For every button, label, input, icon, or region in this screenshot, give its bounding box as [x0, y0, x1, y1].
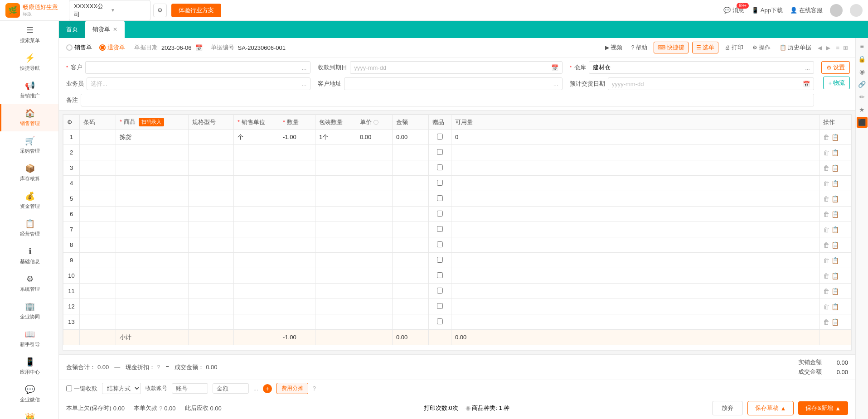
rp-btn-5[interactable]: ✏ [857, 92, 868, 102]
table-settings-icon[interactable]: ⚙ [67, 119, 73, 125]
warehouse-input[interactable]: 建材仓 ... [589, 61, 814, 74]
sidebar-item-operation[interactable]: 📋 经营管理 [0, 214, 58, 242]
delete-row-10-button[interactable]: 🗑 [823, 272, 829, 279]
sidebar-item-finance[interactable]: 💰 资金管理 [0, 187, 58, 214]
view-list-button[interactable]: ≡ [836, 44, 839, 51]
discard-button[interactable]: 放弃 [712, 401, 743, 415]
product-1[interactable]: 拣货 [116, 130, 189, 145]
copy-row-4-button[interactable]: 📋 [831, 180, 839, 187]
copy-row-3-button[interactable]: 📋 [831, 164, 839, 172]
rp-btn-7-orange[interactable]: ⬛ [857, 117, 868, 128]
trial-button[interactable]: 体验行业方案 [171, 4, 221, 17]
copy-row-1-button[interactable]: 📋 [831, 134, 839, 141]
payment-due-input[interactable]: yyyy-mm-dd 📅 [350, 61, 562, 74]
rp-btn-3[interactable]: ◉ [857, 66, 868, 77]
payment-due-calendar-icon[interactable]: 📅 [551, 64, 558, 71]
arrears-help-icon[interactable]: ? [159, 405, 162, 412]
sidebar-item-guide[interactable]: 📖 新手引导 [0, 325, 58, 352]
delete-row-5-button[interactable]: 🗑 [823, 195, 829, 202]
customer-input[interactable]: ... [85, 61, 310, 74]
sidebar-item-wechat[interactable]: 💬 企业微信 [0, 380, 58, 408]
sidebar-item-marketing[interactable]: 📢 营销推广 [0, 76, 58, 104]
rp-btn-2[interactable]: 🔒 [857, 53, 868, 64]
settings-button[interactable]: ⚙ 设置 [821, 61, 850, 74]
delete-row-12-button[interactable]: 🗑 [823, 303, 829, 310]
barcode-1[interactable] [80, 130, 116, 145]
copy-row-7-button[interactable]: 📋 [831, 226, 839, 233]
feipin-help-icon[interactable]: ? [313, 385, 316, 392]
nav-prev-button[interactable]: ◀ [818, 44, 822, 51]
sidebar-item-inventory[interactable]: 📦 库存核算 [0, 159, 58, 187]
delete-row-8-button[interactable]: 🗑 [823, 241, 829, 249]
calendar-icon[interactable]: 📅 [195, 44, 203, 51]
sidebar-item-enterprise[interactable]: 🏢 企业协同 [0, 297, 58, 325]
calc-method-select[interactable]: 结算方式 [102, 383, 141, 394]
radio-sales-order[interactable]: 销售单 [66, 43, 92, 52]
radio-return-order[interactable]: 退货单 [99, 43, 125, 52]
tab-close-button[interactable]: ✕ [113, 26, 117, 33]
save-draft-button[interactable]: 保存草稿 ▲ [747, 401, 794, 415]
shortcut-button[interactable]: ⌨ 快捷键 [654, 42, 689, 53]
spec-1[interactable] [189, 130, 234, 145]
rp-btn-4[interactable]: 🔗 [857, 79, 868, 90]
copy-row-2-button[interactable]: 📋 [831, 149, 839, 156]
customer-address-input[interactable]: ... [344, 77, 562, 90]
account-input[interactable] [172, 383, 208, 394]
copy-row-12-button[interactable]: 📋 [831, 303, 839, 310]
print-button[interactable]: 🖨 打印 [722, 42, 746, 53]
help-button[interactable]: ? 帮助 [629, 42, 650, 53]
save-new-button[interactable]: 保存&新增 ▲ [798, 401, 848, 415]
copy-row-5-button[interactable]: 📋 [831, 195, 839, 202]
quantity-1[interactable]: -1.00 [279, 130, 315, 145]
copy-row-8-button[interactable]: 📋 [831, 241, 839, 249]
user-avatar[interactable] [830, 4, 843, 17]
expected-delivery-calendar-icon[interactable]: 📅 [803, 81, 810, 87]
sidebar-item-app-center[interactable]: 📱 应用中心 [0, 352, 58, 380]
delete-row-2-button[interactable]: 🗑 [823, 149, 829, 156]
expected-delivery-input[interactable]: yyyy-mm-dd 📅 [608, 77, 814, 90]
nav-next-button[interactable]: ▶ [826, 44, 830, 51]
delete-row-7-button[interactable]: 🗑 [823, 226, 829, 233]
copy-row-9-button[interactable]: 📋 [831, 257, 839, 264]
sidebar-item-system[interactable]: ⚙ 系统管理 [0, 270, 58, 297]
add-payment-button[interactable]: + [263, 384, 272, 393]
copy-row-11-button[interactable]: 📋 [831, 288, 839, 295]
company-selector[interactable]: XXXXXX公司 ▼ [69, 0, 150, 21]
amount-input[interactable] [213, 383, 249, 394]
video-button[interactable]: ▶ 视频 [602, 42, 625, 53]
delete-row-6-button[interactable]: 🗑 [823, 211, 829, 218]
gift-checkbox-1[interactable] [437, 134, 443, 140]
operate-button[interactable]: ⚙ 操作 [750, 42, 773, 53]
app-download-button[interactable]: 📱 App下载 [752, 6, 783, 14]
tab-sales-order[interactable]: 销货单 ✕ [85, 21, 125, 38]
delete-row-9-button[interactable]: 🗑 [823, 257, 829, 264]
delete-row-11-button[interactable]: 🗑 [823, 288, 829, 295]
amount-1[interactable]: 0.00 [393, 130, 429, 145]
copy-row-13-button[interactable]: 📋 [831, 318, 839, 326]
unit-1[interactable]: 个 [234, 130, 279, 145]
table-scroll-container[interactable]: ⚙ 条码 * 商品 扫码录入 规格型号 * 销售单位 * 数量 [63, 115, 851, 350]
one-click-payment-checkbox[interactable] [66, 385, 72, 391]
price-1[interactable]: 0.00 [356, 130, 393, 145]
salesperson-input[interactable]: 选择... ... [87, 77, 310, 90]
rp-btn-6[interactable]: ★ [857, 104, 868, 115]
pack-qty-1[interactable]: 1个 [315, 130, 356, 145]
one-click-payment-label[interactable]: 一键收款 [66, 385, 97, 393]
rp-btn-1[interactable]: ≡ [857, 41, 868, 52]
remarks-input[interactable] [81, 94, 814, 106]
messages-button[interactable]: 💬 消息 99+ [723, 6, 744, 14]
logistics-button[interactable]: + 物流 [823, 77, 850, 89]
delete-row-4-button[interactable]: 🗑 [823, 180, 829, 187]
sidebar-item-purchase[interactable]: 🛒 采购管理 [0, 131, 58, 159]
tab-home[interactable]: 首页 [59, 21, 85, 38]
gift-1[interactable] [429, 130, 451, 145]
sidebar-item-basic[interactable]: ℹ 基础信息 [0, 242, 58, 270]
payment-more-button[interactable]: ... [253, 385, 258, 392]
scan-button[interactable]: 扫码录入 [139, 118, 164, 126]
settings-gear-button[interactable]: ⚙ [153, 4, 167, 17]
sidebar-item-sales[interactable]: 🏠 销售管理 [0, 104, 58, 131]
user-avatar-secondary[interactable] [850, 4, 863, 17]
copy-row-10-button[interactable]: 📋 [831, 272, 839, 279]
cash-discount-help[interactable]: ? [157, 364, 160, 371]
copy-row-6-button[interactable]: 📋 [831, 211, 839, 218]
